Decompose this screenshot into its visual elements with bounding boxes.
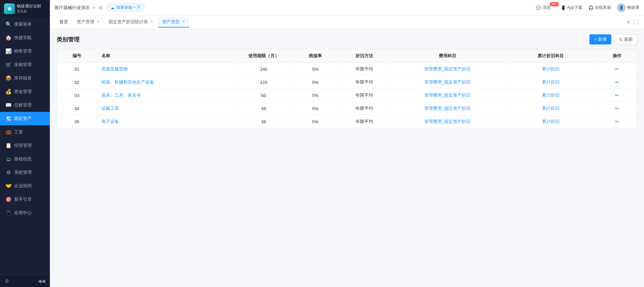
edit-icon[interactable]: ✏ (615, 119, 619, 124)
sidebar-item-search[interactable]: 🔍 搜索菜单 (0, 18, 50, 31)
notification-button[interactable]: 💬 消息 99+ (536, 5, 555, 10)
service-icon: 🎧 (588, 5, 593, 10)
page-title: 类别管理 (57, 36, 80, 43)
data-table: 编号 名称 使用期限（月） 残值率 折旧方法 费用科目 累计折旧科目 操作 01… (57, 49, 637, 128)
sidebar-item-label: 系统管理 (14, 169, 32, 176)
logo-text: 畅捷通好业财 (17, 4, 41, 9)
cell-period: 120 (235, 76, 292, 89)
tab-depreciation[interactable]: 固定资产折旧统计表 ✕ (104, 17, 157, 28)
notification-icon: 💬 (536, 5, 541, 10)
cell-method: 年限平均 (338, 89, 390, 102)
purchase-icon: 🛒 (5, 62, 11, 68)
window-controls: ✕ ⛶ (626, 19, 639, 25)
username-label: 畅捷通 (627, 5, 639, 10)
tab-depreciation-close[interactable]: ✕ (150, 20, 153, 24)
tab-asset-type[interactable]: 资产类型 ✕ (158, 17, 189, 28)
online-service-label: 在线客服 (595, 5, 611, 10)
cell-operation: ✏ (597, 89, 637, 102)
capital-icon: 💰 (5, 89, 11, 95)
cell-method: 年限平均 (338, 115, 390, 128)
cell-method: 年限平均 (338, 76, 390, 89)
cell-expense: 管理费用_固定资产折旧 (390, 63, 505, 76)
sidebar-item-system[interactable]: ⚙ 系统管理 (0, 166, 50, 179)
cell-name: 电子设备 (97, 115, 235, 128)
sidebar: 畅 畅捷通好业财 普及版 🔍 搜索菜单 🏠 快捷导航 📊 销售管理 🛒 采购管理… (0, 0, 50, 287)
tab-home[interactable]: 首页 (55, 17, 72, 28)
sidebar-item-enterprise[interactable]: 🤝 企业协同 (0, 179, 50, 193)
experience-button[interactable]: ☁ 我要体验一下 (106, 3, 145, 12)
edit-icon[interactable]: ✏ (615, 93, 619, 98)
cell-name: 机器、机械和其他生产设备 (97, 76, 235, 89)
window-close-icon[interactable]: ✕ (626, 19, 631, 25)
salary-icon: 💼 (5, 129, 11, 135)
sidebar-item-appcenter[interactable]: 📱 应用中心 (0, 206, 50, 220)
app-download-button[interactable]: 📱 App下载 (561, 5, 582, 10)
cell-expense: 管理费用_固定资产折旧 (390, 76, 505, 89)
sidebar-item-label: 固定资产 (14, 116, 32, 122)
topbar-gear-icon[interactable]: ⚙ (98, 5, 103, 10)
settings-icon[interactable]: ⚙ (5, 278, 9, 284)
cell-period: 48 (235, 102, 292, 115)
sidebar-item-label: 采购管理 (14, 62, 32, 68)
sidebar-item-operation[interactable]: 📋 经营管理 (0, 139, 50, 152)
page-header: 类别管理 + 新增 ↻ 刷新 (57, 34, 637, 44)
col-header-expense: 费用科目 (390, 50, 505, 63)
col-header-residual: 残值率 (293, 50, 338, 63)
cell-accumulated: 累计折旧 (505, 76, 597, 89)
sidebar-item-fixed[interactable]: 🏗 固定资产 (0, 112, 50, 125)
sidebar-item-quicknav[interactable]: 🏠 快捷导航 (0, 31, 50, 44)
cell-accumulated: 累计折旧 (505, 115, 597, 128)
operation-icon: 📋 (5, 142, 11, 149)
table-row: 03 器具、工具、家具等 60 5% 年限平均 管理费用_固定资产折旧 累计折旧… (57, 89, 637, 102)
online-service-button[interactable]: 🎧 在线客服 (588, 5, 611, 10)
sales-icon: 📊 (5, 48, 11, 54)
tab-home-label: 首页 (59, 19, 68, 25)
page-content: 类别管理 + 新增 ↻ 刷新 编号 名称 使用期限（月） 残值率 折旧方法 (50, 29, 644, 287)
sidebar-item-guide[interactable]: 🎯 新手引导 (0, 193, 50, 206)
col-header-method: 折旧方法 (338, 50, 390, 63)
guide-icon: 🎯 (5, 196, 11, 202)
edit-icon[interactable]: ✏ (615, 66, 619, 72)
app-download-label: App下载 (567, 5, 582, 10)
notification-badge: 99+ (550, 2, 559, 6)
user-profile[interactable]: 👤 畅捷通 (617, 3, 639, 12)
sidebar-item-label: 应用中心 (14, 210, 32, 216)
sidebar-item-label: 新手引导 (14, 196, 32, 202)
window-maximize-icon[interactable]: ⛶ (634, 19, 639, 25)
sidebar-item-salary[interactable]: 💼 工资 (0, 125, 50, 139)
notification-label: 消息 (543, 5, 551, 10)
topbar: 医疗器械行业演示 ▾ ⚙ ☁ 我要体验一下 💬 消息 99+ 📱 App下载 🎧… (50, 0, 644, 15)
tab-asset-type-close[interactable]: ✕ (182, 20, 185, 24)
cell-operation: ✏ (597, 115, 637, 128)
tab-asset-mgmt[interactable]: 资产管理 ✕ (73, 17, 104, 28)
edit-icon[interactable]: ✏ (615, 106, 619, 111)
appcenter-icon: 📱 (5, 210, 11, 216)
tab-asset-mgmt-close[interactable]: ✕ (97, 20, 100, 24)
cell-method: 年限平均 (338, 63, 390, 76)
cell-name: 运输工具 (97, 102, 235, 115)
dropdown-arrow-icon[interactable]: ▾ (93, 5, 95, 10)
cell-id: 05 (57, 115, 97, 128)
sidebar-item-label: 企业协同 (14, 183, 32, 189)
cell-id: 03 (57, 89, 97, 102)
collapse-icon[interactable]: ◀◀ (38, 278, 45, 284)
sidebar-item-capital[interactable]: 💰 资金管理 (0, 85, 50, 98)
sidebar-item-sales[interactable]: 📊 销售管理 (0, 44, 50, 58)
tab-depreciation-label: 固定资产折旧统计表 (109, 19, 148, 25)
refresh-button[interactable]: ↻ 刷新 (615, 34, 637, 44)
fixed-asset-icon: 🏗 (5, 116, 11, 122)
sidebar-footer: ⚙ ◀◀ (0, 275, 50, 287)
sidebar-item-label: 快捷导航 (14, 35, 32, 41)
cell-operation: ✏ (597, 63, 637, 76)
cell-accumulated: 累计折旧 (505, 89, 597, 102)
sidebar-item-purchase[interactable]: 🛒 采购管理 (0, 58, 50, 71)
new-button[interactable]: + 新增 (589, 34, 611, 44)
sidebar-item-ledger[interactable]: 📖 总账管理 (0, 98, 50, 112)
experience-label: 我要体验一下 (116, 5, 141, 10)
company-name: 医疗器械行业演示 (55, 5, 90, 11)
edit-icon[interactable]: ✏ (615, 79, 619, 85)
sidebar-item-inventory[interactable]: 📦 库存核算 (0, 71, 50, 85)
sidebar-item-basic[interactable]: 🗂 基础信息 (0, 152, 50, 166)
col-header-operation: 操作 (597, 50, 637, 63)
cell-id: 04 (57, 102, 97, 115)
